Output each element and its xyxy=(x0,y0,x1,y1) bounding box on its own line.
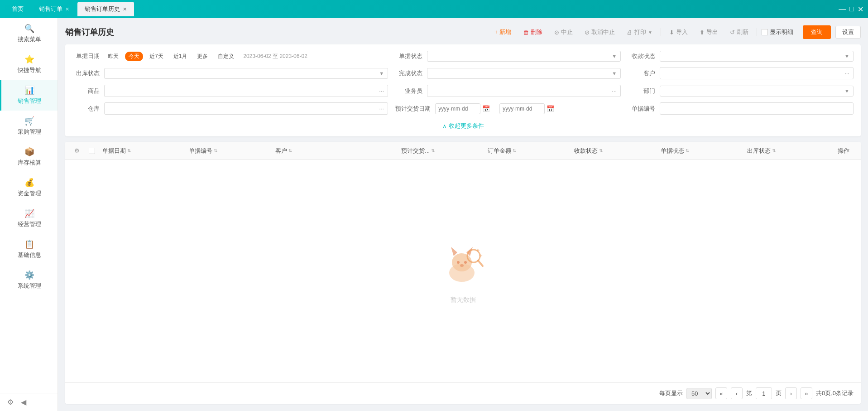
tab-sales-order-close[interactable]: ✕ xyxy=(65,6,69,12)
collapse-sidebar-icon[interactable]: ◀ xyxy=(21,398,26,406)
table-settings-icon[interactable]: ⚙ xyxy=(69,147,85,154)
date-tag-7days[interactable]: 近7天 xyxy=(146,52,167,61)
query-button[interactable]: 查询 xyxy=(803,25,831,39)
product-field: 商品 ··· xyxy=(72,85,388,97)
receipt-status-label: 收款状态 xyxy=(628,52,660,60)
calendar-end-icon[interactable]: 📅 xyxy=(547,105,554,112)
display-detail-toggle[interactable]: 显示明细 xyxy=(762,28,793,36)
th-actions-label: 操作 xyxy=(838,147,849,155)
warehouse-dots-icon: ··· xyxy=(379,105,384,112)
th-order-amount[interactable]: 订单金额 ⇅ xyxy=(484,147,571,155)
sidebar-item-search-menu[interactable]: 🔍 搜索菜单 xyxy=(0,18,58,49)
salesperson-dots-icon: ··· xyxy=(612,87,617,94)
sidebar-item-inventory-check[interactable]: 📦 库存核算 xyxy=(0,141,58,172)
display-detail-checkbox[interactable] xyxy=(762,29,768,35)
new-button[interactable]: + 新增 xyxy=(491,26,515,38)
per-page-label: 每页显示 xyxy=(659,389,683,397)
sidebar-item-basic-info-label: 基础信息 xyxy=(18,251,41,259)
estimate-date-end[interactable] xyxy=(499,103,545,114)
sidebar-item-quick-nav[interactable]: ⭐ 快捷导航 xyxy=(0,49,58,80)
complete-status-dropdown[interactable]: ▼ xyxy=(427,68,621,79)
minimize-icon[interactable]: — xyxy=(839,5,846,13)
stop-button[interactable]: ⊘ 中止 xyxy=(551,26,576,38)
finance-mgmt-icon: 💰 xyxy=(24,178,34,188)
date-tag-more[interactable]: 更多 xyxy=(193,52,211,61)
date-tag-1month[interactable]: 近1月 xyxy=(170,52,191,61)
calendar-start-icon[interactable]: 📅 xyxy=(482,105,490,112)
th-order-status[interactable]: 单据状态 ⇅ xyxy=(657,147,743,155)
settings-bottom-icon[interactable]: ⚙ xyxy=(7,398,14,406)
date-tag-custom[interactable]: 自定义 xyxy=(214,52,238,61)
order-num-field: 单据编号 xyxy=(628,102,854,115)
order-num-input[interactable] xyxy=(660,102,854,115)
order-status-dropdown[interactable]: ▼ xyxy=(427,51,621,62)
date-tag-today[interactable]: 今天 xyxy=(125,52,143,61)
select-all-check[interactable] xyxy=(89,148,95,154)
th-order-num[interactable]: 单据编号 ⇅ xyxy=(185,147,272,155)
sidebar-item-finance-mgmt-label: 资金管理 xyxy=(18,189,41,198)
th-outbound-status[interactable]: 出库状态 ⇅ xyxy=(743,147,830,155)
tab-sales-order-history-close[interactable]: ✕ xyxy=(123,6,127,12)
customer-input[interactable]: ··· xyxy=(660,67,854,79)
next-page-button[interactable]: › xyxy=(785,387,797,399)
estimate-date-start[interactable] xyxy=(435,103,480,114)
delete-button[interactable]: 🗑 删除 xyxy=(519,26,546,38)
prev-page-button[interactable]: ‹ xyxy=(731,387,743,399)
sidebar-item-finance-mgmt[interactable]: 💰 资金管理 xyxy=(0,172,58,203)
import-button[interactable]: ⬇ 导入 xyxy=(666,26,691,38)
th-date[interactable]: 单据日期 ⇅ xyxy=(99,147,185,155)
order-status-arrow-icon: ▼ xyxy=(612,53,617,59)
set-button[interactable]: 设置 xyxy=(835,26,861,39)
collapse-text: 收起更多条件 xyxy=(449,122,484,130)
sidebar-item-purchase-mgmt[interactable]: 🛒 采购管理 xyxy=(0,111,58,141)
refresh-icon: ↺ xyxy=(730,29,735,36)
tab-sales-order[interactable]: 销售订单 ✕ xyxy=(32,2,77,16)
svg-point-1 xyxy=(452,253,472,271)
sidebar-item-operation-mgmt[interactable]: 📈 经营管理 xyxy=(0,203,58,234)
print-button[interactable]: 🖨 打印 ▼ xyxy=(623,26,656,38)
complete-status-field: 完成状态 ▼ xyxy=(395,68,621,79)
th-receipt-status[interactable]: 收款状态 ⇅ xyxy=(571,147,657,155)
receipt-status-arrow-icon: ▼ xyxy=(844,53,849,59)
outbound-status-dropdown[interactable]: ▼ xyxy=(104,68,388,79)
tab-sales-order-history[interactable]: 销售订单历史 ✕ xyxy=(77,2,134,16)
salesperson-input[interactable]: ··· xyxy=(427,85,621,97)
th-estimate-date[interactable]: 预计交货... ⇅ xyxy=(398,147,484,155)
maximize-icon[interactable]: □ xyxy=(849,5,854,13)
page-title: 销售订单历史 xyxy=(65,27,114,38)
sidebar-bottom: ⚙ ◀ xyxy=(0,393,58,411)
sidebar-item-inventory-check-label: 库存核算 xyxy=(18,159,41,167)
th-estimate-date-label: 预计交货... xyxy=(401,147,430,155)
th-customer[interactable]: 客户 ⇅ xyxy=(272,147,398,155)
per-page-select[interactable]: 10 20 50 100 xyxy=(686,388,712,399)
sidebar-item-purchase-mgmt-label: 采购管理 xyxy=(18,128,41,136)
collapse-row[interactable]: ∧ 收起更多条件 xyxy=(72,120,854,130)
tab-home-label: 首页 xyxy=(12,5,24,13)
page-number-input[interactable] xyxy=(756,387,772,399)
dept-dropdown[interactable]: ▼ xyxy=(660,86,854,97)
table-select-all-checkbox[interactable] xyxy=(85,148,99,154)
first-page-button[interactable]: « xyxy=(715,387,727,399)
receipt-status-dropdown[interactable]: ▼ xyxy=(660,51,854,62)
order-status-field: 单据状态 ▼ xyxy=(395,51,621,62)
export-button[interactable]: ⬆ 导出 xyxy=(696,26,722,38)
sidebar-item-quick-nav-label: 快捷导航 xyxy=(18,66,41,74)
tab-home[interactable]: 首页 xyxy=(5,2,31,16)
tab-sales-order-history-label: 销售订单历史 xyxy=(85,5,120,13)
date-tag-yesterday[interactable]: 昨天 xyxy=(104,52,122,61)
sidebar-item-sales-mgmt[interactable]: 📊 销售管理 xyxy=(0,80,58,111)
warehouse-input[interactable]: ··· xyxy=(104,102,388,115)
product-input[interactable]: ··· xyxy=(104,85,388,97)
sidebar-item-system-mgmt[interactable]: ⚙️ 系统管理 xyxy=(0,265,58,295)
close-window-icon[interactable]: ✕ xyxy=(858,5,863,14)
page-label: 第 xyxy=(746,389,752,397)
svg-point-5 xyxy=(464,261,467,264)
svg-marker-2 xyxy=(451,247,457,256)
refresh-button[interactable]: ↺ 刷新 xyxy=(726,26,752,38)
cancel-stop-button[interactable]: ⊘ 取消中止 xyxy=(581,26,619,38)
cancel-stop-icon: ⊘ xyxy=(585,29,590,36)
sidebar-item-basic-info[interactable]: 📋 基础信息 xyxy=(0,234,58,265)
stop-icon: ⊘ xyxy=(554,29,559,36)
last-page-button[interactable]: » xyxy=(801,387,812,399)
tab-list: 首页 销售订单 ✕ 销售订单历史 ✕ xyxy=(5,2,839,16)
